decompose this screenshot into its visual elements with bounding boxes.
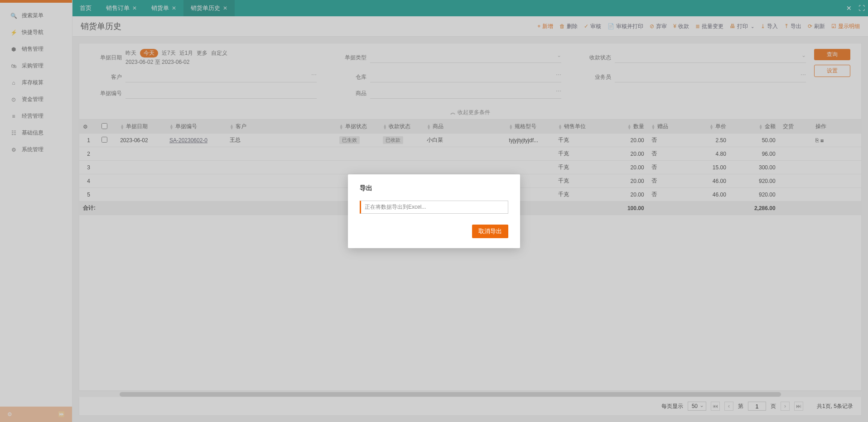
cancel-export-button[interactable]: 取消导出 <box>472 225 508 238</box>
modal-overlay: 导出 正在将数据导出到Excel... 取消导出 <box>0 0 868 422</box>
modal-title: 导出 <box>360 184 508 192</box>
modal-message: 正在将数据导出到Excel... <box>360 201 508 214</box>
export-modal: 导出 正在将数据导出到Excel... 取消导出 <box>348 174 520 248</box>
